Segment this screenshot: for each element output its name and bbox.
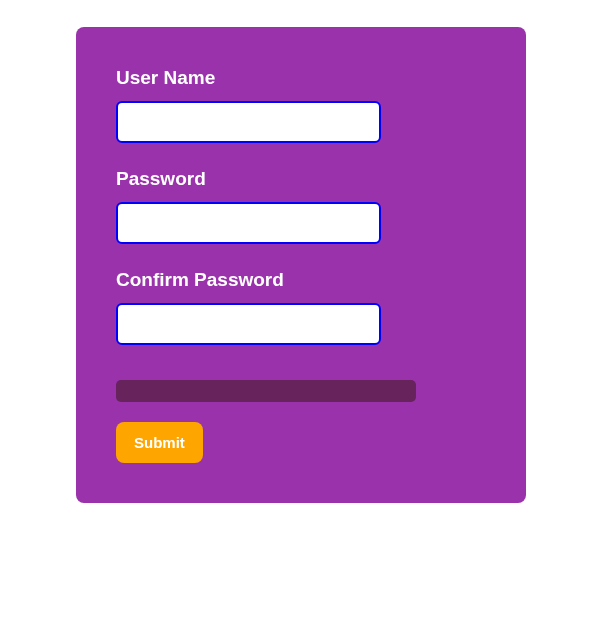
password-strength-bar	[116, 380, 416, 402]
password-section: Password	[116, 168, 486, 244]
submit-button[interactable]: Submit	[116, 422, 203, 463]
registration-form: User Name Password Confirm Password Subm…	[76, 27, 526, 503]
confirm-password-section: Confirm Password	[116, 269, 486, 345]
password-input[interactable]	[116, 202, 381, 244]
confirm-password-label: Confirm Password	[116, 269, 486, 291]
username-section: User Name	[116, 67, 486, 143]
username-input[interactable]	[116, 101, 381, 143]
confirm-password-input[interactable]	[116, 303, 381, 345]
username-label: User Name	[116, 67, 486, 89]
password-label: Password	[116, 168, 486, 190]
